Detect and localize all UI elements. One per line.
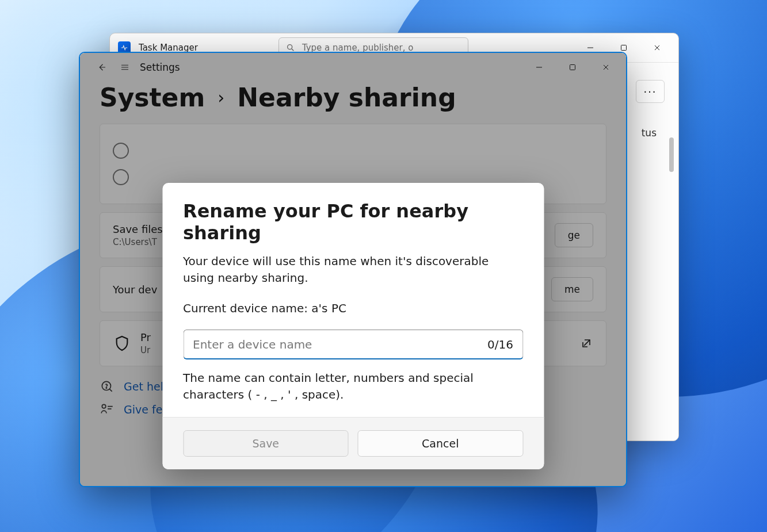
cancel-button[interactable]: Cancel — [358, 430, 524, 457]
svg-point-5 — [102, 404, 106, 408]
open-external-icon — [579, 336, 593, 350]
svg-rect-2 — [570, 65, 575, 70]
svg-rect-1 — [621, 45, 627, 51]
save-button[interactable]: Save — [183, 430, 349, 457]
svg-point-0 — [288, 45, 292, 49]
privacy-title: Pr — [140, 331, 151, 343]
breadcrumb-root[interactable]: System — [100, 83, 205, 112]
dialog-hint: The name can contain letter, numbers and… — [183, 370, 523, 403]
task-manager-status-header: tus — [642, 127, 657, 139]
device-name-field[interactable]: 0/16 — [183, 330, 523, 359]
dialog-title: Rename your PC for nearby sharing — [183, 200, 523, 244]
help-icon — [100, 379, 115, 394]
task-manager-more-button[interactable]: ··· — [636, 80, 665, 103]
device-name-input[interactable] — [193, 338, 487, 351]
char-counter: 0/16 — [487, 338, 513, 351]
dialog-description: Your device will use this name when it's… — [183, 253, 523, 286]
save-files-path: C:\Users\T — [113, 237, 163, 247]
feedback-icon — [100, 402, 115, 417]
current-device-name: Current device name: a's PC — [183, 300, 523, 317]
task-manager-close-button[interactable] — [640, 36, 674, 59]
radio-option-icon[interactable] — [113, 169, 129, 185]
privacy-sub: Ur — [140, 345, 151, 355]
back-button[interactable] — [90, 56, 113, 79]
hamburger-icon — [120, 62, 130, 72]
change-location-button[interactable]: ge — [555, 223, 593, 247]
rename-button[interactable]: me — [551, 277, 593, 301]
svg-point-4 — [106, 388, 106, 388]
nav-menu-button[interactable] — [113, 56, 136, 79]
desktop-wallpaper: Task Manager Type a name, publisher, o ·… — [0, 0, 767, 532]
settings-window-controls — [522, 56, 623, 79]
dialog-actions: Save Cancel — [162, 417, 544, 469]
settings-titlebar: Settings — [80, 53, 626, 82]
breadcrumb-page: Nearby sharing — [237, 83, 456, 112]
chevron-right-icon: › — [217, 87, 224, 108]
shield-icon — [113, 334, 131, 353]
save-files-title: Save files — [113, 223, 163, 235]
task-manager-scrollbar[interactable] — [669, 137, 674, 172]
arrow-left-icon — [97, 62, 107, 72]
breadcrumb: System › Nearby sharing — [80, 82, 626, 112]
settings-window: Settings System › Nearby sharing Save f — [79, 52, 627, 487]
device-name-title: Your dev — [113, 284, 157, 296]
search-icon — [286, 43, 295, 52]
settings-maximize-button[interactable] — [556, 56, 589, 79]
settings-title: Settings — [140, 62, 180, 73]
rename-pc-dialog: Rename your PC for nearby sharing Your d… — [162, 183, 544, 469]
settings-close-button[interactable] — [589, 56, 623, 79]
radio-option-icon[interactable] — [113, 143, 129, 159]
settings-minimize-button[interactable] — [522, 56, 556, 79]
